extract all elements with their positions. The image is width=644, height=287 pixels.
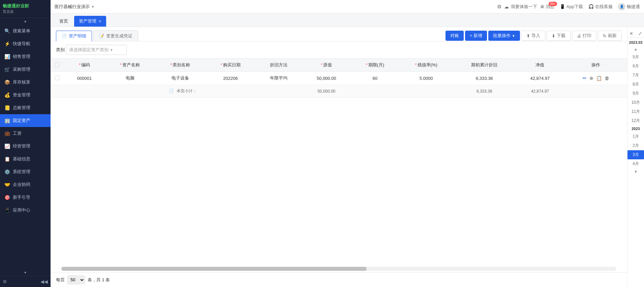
copy-icon[interactable]: ⊕ — [589, 75, 593, 81]
experience-button[interactable]: ☁ 我要体验一下 — [504, 4, 537, 10]
topbar-right: 🖥 消息 99+ 📱 App下载 🎧 在线客服 👤 畅捷通 — [540, 3, 640, 10]
row-purchase-date: 202206 — [205, 72, 255, 85]
app-label: App下载 — [566, 4, 583, 10]
sub-tab-change-voucher[interactable]: 📝 变更生成凭证 — [93, 30, 138, 41]
topbar: 医疗器械行业演示 ▼ ⚙ ☁ 我要体验一下 🖥 消息 99+ 📱 App下载 🎧… — [51, 0, 644, 13]
sidebar-item-basic-info[interactable]: 📋 基础信息 — [0, 153, 51, 165]
row-original-value: 50,000.00 — [302, 72, 351, 85]
more-icon[interactable]: 📋 — [596, 75, 602, 81]
sales-icon: 📊 — [4, 54, 10, 60]
select-arrow-icon: ▼ — [110, 48, 113, 52]
row-checkbox[interactable] — [55, 75, 60, 80]
online-service-button[interactable]: 🎧 在线客服 — [588, 4, 613, 10]
total-label: 条，共 1 条 — [88, 277, 110, 283]
row-depreciation-method: 年限平均 — [256, 72, 302, 85]
import-button[interactable]: ⬆ 导入 — [521, 31, 545, 41]
select-all-header[interactable] — [51, 59, 64, 72]
right-panel-month-1[interactable]: 1月 — [627, 132, 644, 141]
experience-icon: ☁ — [504, 4, 509, 9]
refresh-icon: ↻ — [603, 33, 607, 38]
row-code: 000001 — [64, 72, 105, 85]
row-period: 60 — [351, 72, 399, 85]
pagination: 每页 50 100 200 条，共 1 条 — [51, 272, 627, 287]
sidebar-item-search[interactable]: 🔍 搜索菜单 — [0, 25, 51, 37]
edit-icon[interactable]: ✏ — [583, 75, 587, 81]
tab-home[interactable]: 首页 — [55, 16, 73, 27]
sidebar-item-purchase[interactable]: 🛒 采购管理 — [0, 63, 51, 76]
sidebar-item-inventory[interactable]: 📦 库存核算 — [0, 76, 51, 89]
right-panel-expand-icon[interactable]: ⤢ — [638, 31, 642, 36]
sidebar-item-fixed-assets[interactable]: 🏢 固定资产 — [0, 114, 51, 127]
per-page-select[interactable]: 50 100 200 — [67, 276, 85, 284]
download-button[interactable]: ⬇ 下载 — [547, 31, 571, 41]
service-icon: 🎧 — [588, 4, 594, 9]
tab-close-icon[interactable]: ✕ — [98, 19, 101, 24]
sub-tab-asset-detail-label: 资产明细 — [69, 33, 86, 39]
sidebar-scroll-down[interactable]: ▼ — [0, 269, 51, 276]
sidebar-item-payroll[interactable]: 💼 工资 — [0, 127, 51, 140]
right-panel-month-8[interactable]: 8月 — [627, 80, 644, 89]
company-chevron-icon: ▼ — [91, 5, 95, 9]
sidebar-item-sales[interactable]: 📊 销售管理 — [0, 50, 51, 63]
right-panel-month-7[interactable]: 7月 — [627, 71, 644, 80]
batch-button[interactable]: 批量操作 ▼ — [488, 31, 520, 41]
sidebar-item-label: 库存核算 — [13, 79, 30, 85]
right-panel-nav-up[interactable]: ▲ — [633, 46, 639, 53]
col-purchase-date: *购买日期 — [205, 59, 255, 72]
sidebar-footer: ⚙ ◀◀ — [0, 276, 51, 287]
sidebar-item-enterprise[interactable]: 🤝 企业协同 — [0, 178, 51, 191]
sidebar-item-app-center[interactable]: 📱 应用中心 — [0, 204, 51, 217]
sidebar-item-label: 销售管理 — [13, 54, 30, 60]
row-category: 电子设备 — [155, 72, 205, 85]
app-center-icon: 📱 — [4, 207, 10, 213]
collapse-icon[interactable]: ◀◀ — [40, 279, 48, 284]
message-button[interactable]: 🖥 消息 99+ — [540, 4, 554, 10]
right-panel-close-icon[interactable]: ✕ — [630, 31, 633, 36]
sidebar-item-ledger[interactable]: 📒 总账管理 — [0, 101, 51, 114]
subtotal-original-value: 50,000.00 — [302, 85, 351, 98]
tab-asset-management[interactable]: 资产管理 ✕ — [74, 16, 106, 27]
action-icons: ✏ ⊕ 📋 🗑 — [569, 75, 623, 81]
right-panel-month-11[interactable]: 11月 — [627, 107, 644, 116]
right-panel-month-5[interactable]: 5月 — [627, 53, 644, 62]
right-panel-month-10[interactable]: 10月 — [627, 98, 644, 107]
sidebar-item-quick-nav[interactable]: ⚡ 快捷导航 — [0, 37, 51, 50]
right-panel-month-2[interactable]: 2月 — [627, 141, 644, 150]
right-panel-header: ✕ ⤢ — [627, 30, 644, 38]
company-selector[interactable]: 医疗器械行业演示 ▼ — [55, 4, 493, 10]
right-panel-month-4[interactable]: 4月 — [627, 159, 644, 168]
new-button[interactable]: + 新增 — [465, 31, 487, 41]
right-panel-month-6[interactable]: 6月 — [627, 62, 644, 71]
user-menu-button[interactable]: 👤 畅捷通 — [618, 3, 640, 10]
sidebar-item-system[interactable]: ⚙️ 系统管理 — [0, 165, 51, 178]
sidebar-item-guide[interactable]: 🎯 新手引导 — [0, 191, 51, 204]
settings-gear-icon[interactable]: ⚙ — [497, 4, 501, 10]
account-button[interactable]: 对账 — [446, 31, 464, 41]
delete-icon[interactable]: 🗑 — [605, 75, 609, 81]
settings-icon[interactable]: ⚙ — [3, 279, 7, 284]
row-checkbox-cell[interactable] — [51, 72, 64, 85]
select-all-checkbox[interactable] — [55, 62, 60, 67]
subtotal-accumulated: 6,333.36 — [454, 85, 515, 98]
operations-icon: 📈 — [4, 143, 10, 149]
asset-table: *编码 *资产名称 *类别名称 *购买日期 折旧方法 *原值 *期限(月) *残… — [51, 59, 627, 265]
sidebar-item-label: 应用中心 — [13, 207, 30, 213]
category-select[interactable]: 请选择固定资产类别 ▼ — [66, 45, 127, 55]
app-download-button[interactable]: 📱 App下载 — [560, 4, 583, 10]
right-panel-month-9[interactable]: 9月 — [627, 89, 644, 98]
right-panel-month-12[interactable]: 12月 — [627, 116, 644, 125]
import-icon: ⬆ — [526, 33, 530, 38]
subtotal-empty-3 — [399, 85, 454, 98]
print-button[interactable]: 🖨 打印 — [572, 31, 596, 41]
sub-tab-asset-detail[interactable]: 📄 资产明细 — [56, 31, 92, 41]
scrollbar-thumb[interactable] — [61, 267, 367, 271]
horizontal-scrollbar[interactable] — [61, 267, 616, 271]
row-accumulated-depreciation: 6,333.36 — [454, 72, 515, 85]
message-icon: 🖥 — [540, 4, 544, 9]
sidebar-item-funds[interactable]: 💰 资金管理 — [0, 89, 51, 101]
refresh-button[interactable]: ↻ 刷新 — [598, 31, 622, 41]
sidebar-scroll-up[interactable]: ▲ — [0, 18, 51, 25]
right-panel-month-3[interactable]: 3月 — [627, 150, 644, 159]
right-panel-nav-down[interactable]: ▼ — [633, 168, 639, 175]
sidebar-item-operations[interactable]: 📈 经营管理 — [0, 140, 51, 153]
